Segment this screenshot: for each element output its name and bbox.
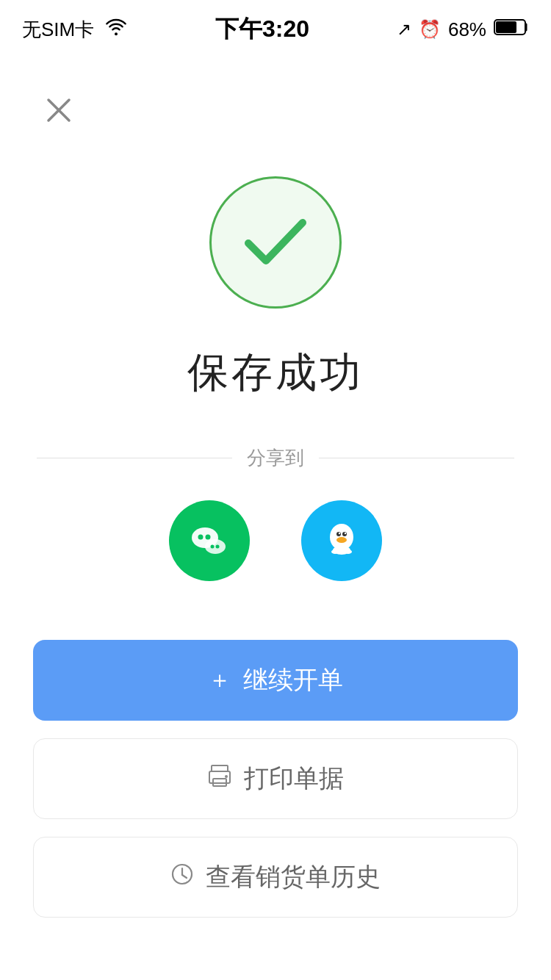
svg-line-27 [182, 875, 187, 878]
svg-point-13 [336, 532, 341, 536]
actions-section: ＋ 继续开单 打印单据 [33, 640, 518, 918]
plus-icon: ＋ [208, 664, 231, 696]
status-left: 无SIM卡 [22, 17, 128, 43]
share-icons-row [169, 500, 382, 581]
svg-point-9 [216, 545, 220, 549]
svg-point-7 [205, 539, 226, 554]
svg-point-24 [225, 775, 228, 778]
time-display: 下午3:20 [215, 13, 309, 46]
svg-point-14 [342, 532, 347, 536]
close-button[interactable] [37, 88, 81, 132]
share-divider-row: 分享到 [37, 445, 514, 471]
success-title: 保存成功 [187, 345, 364, 401]
status-bar: 无SIM卡 下午3:20 ↗ ⏰ 68% [0, 0, 551, 59]
battery-icon [494, 18, 529, 42]
success-icon [209, 176, 342, 309]
svg-point-15 [339, 533, 340, 534]
status-right: ↗ ⏰ 68% [397, 18, 529, 42]
printer-icon [207, 765, 232, 793]
divider-right [319, 458, 514, 458]
print-label: 打印单据 [244, 762, 344, 796]
print-button[interactable]: 打印单据 [33, 738, 518, 819]
continue-label: 继续开单 [243, 663, 343, 697]
svg-point-19 [331, 550, 339, 554]
qq-share-button[interactable] [301, 500, 382, 581]
main-content: 保存成功 分享到 [0, 59, 551, 962]
share-label: 分享到 [247, 445, 304, 471]
clock-icon [170, 862, 194, 892]
wifi-icon [104, 18, 128, 41]
alarm-icon: ⏰ [419, 19, 441, 40]
svg-point-6 [206, 535, 211, 540]
divider-left [37, 458, 232, 458]
svg-point-8 [211, 545, 215, 549]
svg-point-20 [345, 550, 352, 554]
close-button-row [0, 73, 551, 147]
svg-rect-21 [212, 765, 228, 771]
svg-point-5 [198, 535, 204, 540]
svg-point-16 [345, 533, 346, 534]
history-button[interactable]: 查看销货单历史 [33, 837, 518, 918]
carrier-text: 无SIM卡 [22, 17, 94, 43]
wechat-share-button[interactable] [169, 500, 250, 581]
location-icon: ↗ [397, 19, 411, 40]
share-section: 分享到 [0, 445, 551, 581]
battery-percentage: 68% [448, 18, 486, 41]
svg-point-17 [336, 537, 347, 543]
continue-button[interactable]: ＋ 继续开单 [33, 640, 518, 721]
history-label: 查看销货单历史 [206, 860, 381, 894]
svg-rect-1 [496, 21, 516, 33]
